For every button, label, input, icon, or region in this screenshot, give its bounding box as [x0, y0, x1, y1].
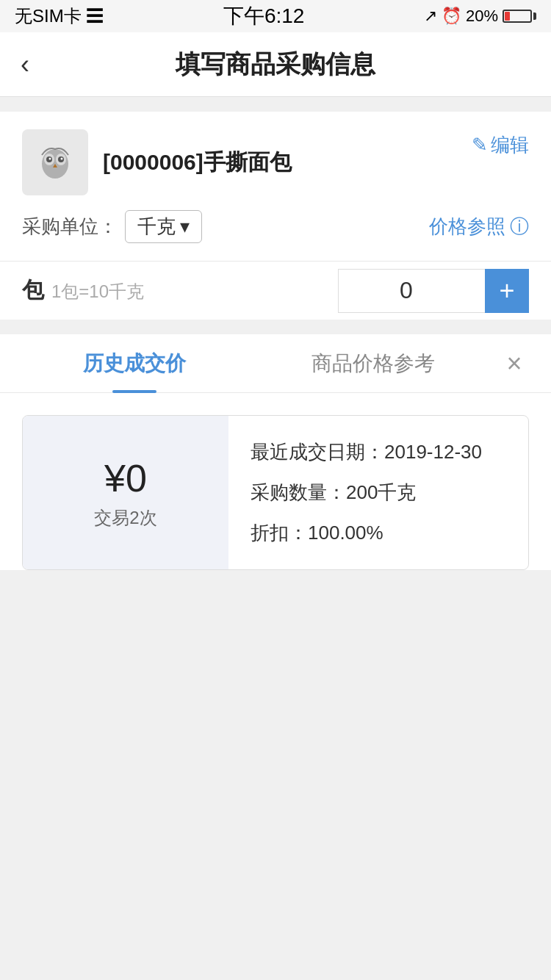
price-card-left: ¥0 交易2次 — [23, 416, 228, 569]
main-content — [0, 592, 551, 980]
product-header: [0000006]手撕面包 ✎ 编辑 — [22, 129, 529, 195]
status-right: ↗ ⏰ 20% — [424, 7, 536, 26]
quantity-unit-name: 包 — [22, 275, 44, 306]
product-thumbnail — [22, 129, 88, 195]
quantity-unit-hint: 1包=10千克 — [51, 280, 144, 303]
tab-product-price-ref-label: 商品价格参考 — [311, 350, 435, 378]
price-value: 0 — [126, 457, 147, 500]
location-icon: ↗ — [424, 7, 437, 26]
price-trades: 交易2次 — [94, 506, 156, 530]
price-amount: ¥0 — [104, 456, 147, 500]
unit-select[interactable]: 千克 ▾ — [125, 210, 202, 243]
edit-button[interactable]: ✎ 编辑 — [472, 132, 529, 158]
price-card: ¥0 交易2次 最近成交日期：2019-12-30 采购数量：200千克 折扣：… — [22, 415, 529, 570]
product-left: [0000006]手撕面包 — [22, 129, 292, 195]
nav-bar: ‹ 填写商品采购信息 — [0, 32, 551, 97]
tab-history-price-label: 历史成交价 — [83, 350, 186, 378]
product-name: [0000006]手撕面包 — [103, 147, 292, 178]
battery-percent: 20% — [466, 7, 498, 26]
quantity-input-area: + — [338, 269, 529, 313]
svg-point-5 — [49, 158, 51, 160]
quantity-plus-button[interactable]: + — [485, 269, 529, 313]
battery-icon — [503, 10, 536, 23]
svg-point-6 — [61, 158, 63, 160]
status-time: 下午6:12 — [223, 2, 305, 30]
dropdown-icon: ▾ — [180, 215, 190, 238]
price-recent-date: 最近成交日期：2019-12-30 — [251, 438, 506, 466]
alarm-icon: ⏰ — [442, 7, 461, 26]
product-card: [0000006]手撕面包 ✎ 编辑 采购单位： 千克 ▾ 价格参照 ⓘ — [0, 112, 551, 261]
page-title: 填写商品采购信息 — [176, 48, 375, 82]
tab-history-price[interactable]: 历史成交价 — [15, 334, 253, 393]
quantity-label: 包 1包=10千克 — [22, 275, 144, 306]
price-ref-button[interactable]: 价格参照 ⓘ — [429, 214, 529, 239]
help-icon: ⓘ — [510, 214, 529, 239]
status-carrier: 无SIM卡 ☰ — [15, 4, 104, 28]
carrier-text: 无SIM卡 ☰ — [15, 4, 104, 28]
purchase-unit-label: 采购单位： — [22, 214, 118, 239]
price-discount: 折扣：100.00% — [251, 519, 506, 547]
edit-label: 编辑 — [491, 132, 529, 158]
tabs-header: 历史成交价 商品价格参考 × — [0, 334, 551, 393]
back-button[interactable]: ‹ — [21, 49, 29, 80]
product-logo-icon — [33, 140, 77, 184]
edit-icon: ✎ — [472, 134, 488, 156]
tabs-section: 历史成交价 商品价格参考 × ¥0 交易2次 最近成交日期：2019-12-30… — [0, 334, 551, 570]
quantity-input[interactable] — [338, 269, 485, 313]
price-ref-label: 价格参照 — [429, 214, 505, 239]
tabs-close-button[interactable]: × — [492, 342, 536, 386]
quantity-row: 包 1包=10千克 + — [0, 261, 551, 320]
product-footer: 采购单位： 千克 ▾ 价格参照 ⓘ — [22, 210, 529, 243]
price-currency: ¥ — [104, 457, 126, 500]
tab-product-price-ref[interactable]: 商品价格参考 — [253, 334, 492, 393]
status-bar: 无SIM卡 ☰ 下午6:12 ↗ ⏰ 20% — [0, 0, 551, 32]
price-purchase-qty: 采购数量：200千克 — [251, 478, 506, 507]
unit-value: 千克 — [137, 214, 176, 239]
purchase-unit: 采购单位： 千克 ▾ — [22, 210, 202, 243]
price-card-right: 最近成交日期：2019-12-30 采购数量：200千克 折扣：100.00% — [228, 416, 528, 569]
